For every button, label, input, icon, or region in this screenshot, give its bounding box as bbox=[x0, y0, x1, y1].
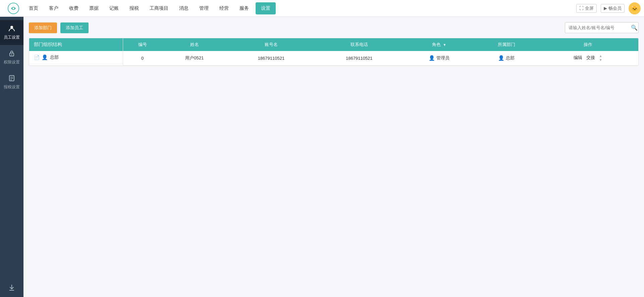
sidebar-label-employee: 员工设置 bbox=[4, 35, 20, 40]
col-role: 角色 ▼ bbox=[403, 38, 475, 51]
col-phone: 联系电话 bbox=[315, 38, 403, 51]
search-button[interactable]: 🔍 bbox=[628, 22, 639, 33]
fullscreen-label: 全屏 bbox=[585, 5, 594, 11]
add-emp-button[interactable]: 添加员工 bbox=[60, 22, 89, 33]
scroll-arrows: ▲ ▼ bbox=[598, 54, 604, 62]
nav-business[interactable]: 工商项目 bbox=[144, 0, 174, 17]
sidebar-item-taxsettings[interactable]: 报税设置 bbox=[0, 70, 23, 95]
permission-icon bbox=[8, 50, 15, 58]
svg-point-1 bbox=[12, 7, 14, 9]
transfer-link[interactable]: 交接 bbox=[586, 55, 595, 60]
table-header-row: 编号 姓名 账号名 联系电话 角色 ▼ 所属部门 操作 bbox=[123, 38, 638, 51]
sidebar-label-permission: 权限设置 bbox=[4, 59, 20, 65]
col-id: 编号 bbox=[123, 38, 162, 51]
add-dept-button[interactable]: 添加部门 bbox=[29, 22, 57, 33]
nav-home[interactable]: 首页 bbox=[23, 0, 44, 17]
sidebar-label-taxsettings: 报税设置 bbox=[4, 84, 20, 90]
nav-bookkeeping[interactable]: 记账 bbox=[104, 0, 124, 17]
top-nav-right: ⛶ 全屏 ▶ 畅会员 🐱 bbox=[576, 2, 641, 14]
table-row: 0 用户0521 18679110521 18679110521 👤 管理员 👤… bbox=[123, 51, 638, 65]
dept-tree-header: 部门组织结构 bbox=[29, 38, 123, 51]
arrow-down[interactable]: ▼ bbox=[599, 58, 602, 62]
content-area: 添加部门 添加员工 🔍 部门组织结构 📄 👤 总部 bbox=[23, 17, 644, 297]
nav-billing[interactable]: 收费 bbox=[64, 0, 84, 17]
cell-role: 👤 管理员 bbox=[403, 51, 475, 65]
svg-point-2 bbox=[10, 26, 13, 29]
member-button[interactable]: ▶ 畅会员 bbox=[601, 4, 625, 13]
dept-name-cell: 总部 bbox=[506, 55, 515, 61]
role-name: 管理员 bbox=[436, 55, 449, 61]
cell-name: 用户0521 bbox=[162, 51, 227, 65]
nav-service[interactable]: 服务 bbox=[234, 0, 254, 17]
fullscreen-button[interactable]: ⛶ 全屏 bbox=[576, 4, 597, 13]
search-box: 🔍 bbox=[565, 22, 639, 33]
arrow-up[interactable]: ▲ bbox=[599, 54, 602, 58]
nav-manage[interactable]: 管理 bbox=[194, 0, 214, 17]
taxsettings-icon bbox=[8, 75, 15, 83]
cell-account: 18679110521 bbox=[227, 51, 315, 65]
col-name: 姓名 bbox=[162, 38, 227, 51]
nav-tax[interactable]: 报税 bbox=[124, 0, 144, 17]
dept-name: 总部 bbox=[50, 54, 59, 60]
sidebar: 员工设置 权限设置 报税设置 bbox=[0, 17, 23, 297]
employee-icon bbox=[8, 25, 15, 33]
nav-customer[interactable]: 客户 bbox=[44, 0, 64, 17]
main-layout: 员工设置 权限设置 报税设置 bbox=[0, 17, 644, 297]
cell-dept: 👤 总部 bbox=[475, 51, 538, 65]
search-input[interactable] bbox=[565, 23, 628, 32]
col-op: 操作 bbox=[538, 38, 638, 51]
member-label: 畅会员 bbox=[608, 5, 622, 11]
dept-tree: 部门组织结构 📄 👤 总部 bbox=[29, 38, 123, 65]
sidebar-item-permission[interactable]: 权限设置 bbox=[0, 45, 23, 70]
dept-tree-item[interactable]: 📄 👤 总部 bbox=[29, 51, 123, 64]
role-icon: 👤 bbox=[429, 55, 435, 61]
nav-message[interactable]: 消息 bbox=[174, 0, 194, 17]
cell-op: 编辑 交接 ▲ ▼ bbox=[538, 51, 638, 65]
sidebar-bottom bbox=[0, 279, 23, 297]
dept-icon: 👤 bbox=[498, 55, 504, 61]
top-navigation: 首页 客户 收费 票据 记账 报税 工商项目 消息 管理 经营 服务 设置 ⛶ … bbox=[0, 0, 644, 17]
member-icon: ▶ bbox=[604, 6, 607, 11]
col-account: 账号名 bbox=[227, 38, 315, 51]
edit-link[interactable]: 编辑 bbox=[574, 55, 582, 60]
sidebar-item-employee[interactable]: 员工设置 bbox=[0, 20, 23, 45]
nav-operation[interactable]: 经营 bbox=[214, 0, 234, 17]
sidebar-download[interactable] bbox=[0, 279, 23, 297]
tree-user-icon: 👤 bbox=[42, 54, 48, 60]
tree-file-icon: 📄 bbox=[34, 55, 40, 60]
nav-settings[interactable]: 设置 bbox=[256, 2, 276, 14]
avatar[interactable]: 🐱 bbox=[629, 2, 641, 14]
toolbar: 添加部门 添加员工 🔍 bbox=[29, 22, 639, 33]
fullscreen-icon: ⛶ bbox=[579, 6, 584, 11]
logo bbox=[3, 2, 23, 14]
search-icon: 🔍 bbox=[631, 25, 638, 31]
employee-table: 编号 姓名 账号名 联系电话 角色 ▼ 所属部门 操作 bbox=[123, 38, 638, 65]
cell-phone: 18679110521 bbox=[315, 51, 403, 65]
nav-menu: 首页 客户 收费 票据 记账 报税 工商项目 消息 管理 经营 服务 设置 bbox=[23, 0, 576, 17]
col-dept: 所属部门 bbox=[475, 38, 538, 51]
table-container: 部门组织结构 📄 👤 总部 编号 姓名 账号名 联系电话 bbox=[29, 38, 639, 66]
cell-id: 0 bbox=[123, 51, 162, 65]
download-icon bbox=[8, 284, 15, 292]
nav-invoice[interactable]: 票据 bbox=[84, 0, 104, 17]
role-filter-icon[interactable]: ▼ bbox=[443, 43, 446, 47]
svg-point-4 bbox=[11, 54, 12, 55]
